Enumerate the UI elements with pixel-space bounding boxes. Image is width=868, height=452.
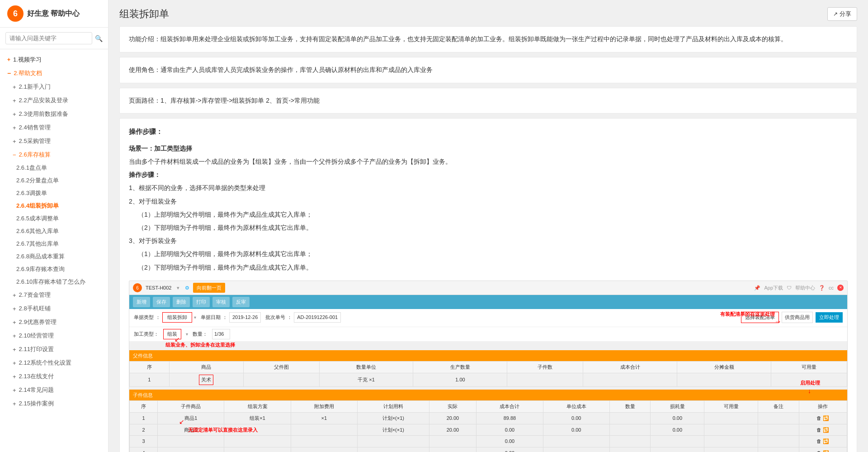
search-input[interactable] bbox=[5, 32, 92, 44]
mock-toolbar: 新增 保存 删除 打印 审核 反审 bbox=[129, 295, 847, 309]
sidebar-item-2-14[interactable]: + 2.14常见问题 bbox=[0, 383, 108, 397]
sidebar-item-2-2[interactable]: + 2.2产品安装及登录 bbox=[0, 94, 108, 107]
search-box: 🔍 bbox=[0, 28, 108, 49]
sidebar-item-2-1[interactable]: + 2.1新手入门 bbox=[0, 80, 108, 94]
step2: 2、对于组装业务 bbox=[129, 196, 848, 207]
share-icon: ↗ bbox=[833, 11, 838, 17]
plus-icon: + bbox=[7, 57, 10, 63]
sidebar-item-2-6-9[interactable]: 2.6.9库存账本查询 bbox=[0, 263, 108, 276]
sidebar-item-2-4[interactable]: + 2.4销售管理 bbox=[0, 121, 108, 134]
sidebar-item-help-docs[interactable]: − 2.帮助文档 bbox=[0, 67, 108, 80]
sidebar-item-2-7[interactable]: + 2.7资金管理 bbox=[0, 288, 108, 302]
mock-flip-btn[interactable]: 向前翻一页 bbox=[193, 283, 225, 293]
col2-op: 操作 bbox=[799, 401, 847, 413]
plus-icon: + bbox=[13, 346, 16, 353]
table-row: 1 商品1 组装×1 ×1 计划×(×1) 20.00 89.88 0.00 bbox=[130, 412, 847, 424]
minus-icon: − bbox=[13, 152, 16, 158]
mock-type-row: 加工类型： 组装 ▾ 数量： 1/36 bbox=[134, 329, 843, 339]
sidebar-item-2-10[interactable]: + 2.10经营管理 bbox=[0, 329, 108, 343]
mock-new-btn[interactable]: 新增 bbox=[133, 297, 150, 307]
col2-unit-cost: 单位成本 bbox=[543, 401, 609, 413]
cell-sub-cnt bbox=[507, 373, 583, 386]
mock-anti-btn[interactable]: 反审 bbox=[232, 297, 250, 307]
sidebar-item-2-9[interactable]: + 2.9优惠券管理 bbox=[0, 315, 108, 329]
operations-title: 操作步骤： bbox=[129, 126, 848, 138]
annotation-arrow2: ↙ bbox=[175, 334, 180, 345]
mock-field-date: 单据日期： 2019-12-26 bbox=[201, 312, 261, 323]
scene1-desc: 当由多个子件材料组装成一个成品的业务为【组装】业务，当由一个父件拆分成多个子产品… bbox=[129, 156, 848, 167]
plus-icon: + bbox=[13, 387, 16, 394]
sidebar-item-2-15[interactable]: + 2.15操作案例 bbox=[0, 397, 108, 410]
sidebar-item-2-6-1[interactable]: 2.6.1盘点单 bbox=[0, 162, 108, 174]
mock-confirm-btn[interactable]: 立即处理 bbox=[816, 312, 843, 323]
screenshot-container: 6 TEST-H002 ▾ ⚙ 向前翻一页 📌App下载🛡帮助中心❓cc ✕ bbox=[129, 281, 848, 452]
mock-section1-wrap: 父件信息 序 商品 父件图 数量单位 bbox=[129, 350, 847, 387]
mock-section1-header: 父件信息 bbox=[129, 350, 847, 362]
annotation-arrow3: ↓ bbox=[808, 386, 811, 397]
sidebar-item-2-6-3[interactable]: 2.6.3调拨单 bbox=[0, 187, 108, 200]
mock-field-type: 单据类型： 组装拆卸 ▾ bbox=[134, 312, 196, 323]
sidebar-item-2-8[interactable]: + 2.8手机旺铺 bbox=[0, 302, 108, 315]
step3: 3、对于拆装业务 bbox=[129, 235, 848, 247]
content-area: 功能介绍：组装拆卸单用来处理企业组装或拆卸等加工业务，支持有固定装配清单的产品加… bbox=[108, 26, 868, 452]
sidebar-item-2-6-4[interactable]: 2.6.4组装拆卸单 bbox=[0, 200, 108, 212]
mock-app-logo: 6 bbox=[133, 283, 142, 292]
mock-section2-wrap: 子件信息 序 子件商品 组装方案 附加费用 bbox=[129, 390, 847, 452]
sidebar-item-2-12[interactable]: + 2.12系统个性化设置 bbox=[0, 356, 108, 370]
cell-prod-qty: 1.00 bbox=[413, 373, 507, 386]
step2-sub1: （1）上部明细为父件明细，最终作为产成品生成其它入库单； bbox=[129, 209, 848, 220]
step1: 1、根据不同的业务，选择不同单据的类型来处理 bbox=[129, 182, 848, 194]
sidebar-item-2-5[interactable]: + 2.5采购管理 bbox=[0, 134, 108, 148]
path-card: 页面路径：1、库存核算->库存管理->组装拆卸单 2、首页->常用功能 bbox=[119, 88, 857, 114]
col2-seq: 序 bbox=[130, 401, 158, 413]
mock-app-window: 6 TEST-H002 ▾ ⚙ 向前翻一页 📌App下载🛡帮助中心❓cc ✕ bbox=[129, 281, 847, 452]
sidebar-item-2-6-2[interactable]: 2.6.2分量盘点单 bbox=[0, 174, 108, 187]
path-text: 页面路径：1、库存核算->库存管理->组装拆卸单 2、首页->常用功能 bbox=[129, 95, 848, 106]
sidebar-item-2-13[interactable]: + 2.13在线支付 bbox=[0, 370, 108, 383]
intro-card: 功能介绍：组装拆卸单用来处理企业组装或拆卸等加工业务，支持有固定装配清单的产品加… bbox=[119, 26, 857, 52]
mock-type-selector[interactable]: 组装拆卸 bbox=[162, 312, 192, 323]
sidebar-item-2-6-5[interactable]: 2.6.5成本调整单 bbox=[0, 212, 108, 225]
cell-alloc bbox=[677, 373, 771, 386]
mock-qty[interactable]: 1/36 bbox=[212, 329, 230, 339]
col-fig: 父件图 bbox=[243, 362, 319, 373]
col-item: 商品 bbox=[169, 362, 243, 373]
app-name: 好生意 帮助中心 bbox=[27, 9, 80, 19]
sidebar-item-2-6-8[interactable]: 2.6.8商品成本重算 bbox=[0, 250, 108, 263]
cell-item-input[interactable]: 关术 bbox=[199, 375, 213, 385]
share-button[interactable]: ↗ 分享 bbox=[827, 7, 857, 21]
sidebar-item-2-6[interactable]: − 2.6库存核算 bbox=[0, 148, 108, 162]
col2-item: 子件商品 bbox=[158, 401, 224, 413]
col-sub-cnt: 子件数 bbox=[507, 362, 583, 373]
table-row: 1 关术 千克 ×1 1.00 bbox=[130, 373, 847, 386]
cell-seq: 1 bbox=[130, 373, 170, 386]
mock-print-btn[interactable]: 打印 bbox=[193, 297, 210, 307]
col2-qty: 数量 bbox=[609, 401, 650, 413]
sidebar-item-2-6-6[interactable]: 2.6.6其他入库单 bbox=[0, 225, 108, 238]
mock-review-btn[interactable]: 审核 bbox=[212, 297, 230, 307]
mock-close-btn[interactable]: ✕ bbox=[837, 285, 844, 291]
mock-supply-field[interactable]: 供货商品用 bbox=[782, 312, 813, 323]
table-row: 4 0.00 bbox=[130, 447, 847, 452]
nav-section-2: − 2.帮助文档 + 2.1新手入门 + 2.2产品安装及登录 + 2.3使用前… bbox=[0, 67, 108, 410]
plus-icon: + bbox=[13, 333, 16, 339]
main-header: 组装拆卸单 ↗ 分享 bbox=[108, 0, 868, 26]
annotation-arrow1: → bbox=[774, 315, 782, 328]
plus-icon: + bbox=[13, 319, 16, 326]
sidebar-item-2-6-7[interactable]: 2.6.7其他出库单 bbox=[0, 238, 108, 250]
col-prod-qty: 生产数量 bbox=[413, 362, 507, 373]
scene1-title: 场景一：加工类型选择 bbox=[129, 143, 848, 154]
screenshot-area: 6 TEST-H002 ▾ ⚙ 向前翻一页 📌App下载🛡帮助中心❓cc ✕ bbox=[129, 281, 847, 452]
sidebar-item-2-6-10[interactable]: 2.6.10库存账本错了怎么办 bbox=[0, 276, 108, 288]
sidebar-item-2-11[interactable]: + 2.11打印设置 bbox=[0, 343, 108, 356]
step2-sub2: （2）下部明细为子件明细，最终作为原材料生成其它出库单。 bbox=[129, 222, 848, 233]
mock-delete-btn[interactable]: 删除 bbox=[173, 297, 190, 307]
cell-unit: 千克 ×1 bbox=[319, 373, 413, 386]
sidebar-label: 2.帮助文档 bbox=[14, 69, 42, 77]
sidebar-item-2-3[interactable]: + 2.3使用前数据准备 bbox=[0, 107, 108, 121]
search-button[interactable]: 🔍 bbox=[95, 35, 103, 42]
mock-section2-label: 子件信息 bbox=[133, 391, 153, 400]
sidebar-header: 6 好生意 帮助中心 bbox=[0, 0, 108, 28]
mock-save-btn[interactable]: 保存 bbox=[153, 297, 170, 307]
sidebar-item-video-learning[interactable]: + 1.视频学习 bbox=[0, 53, 108, 67]
